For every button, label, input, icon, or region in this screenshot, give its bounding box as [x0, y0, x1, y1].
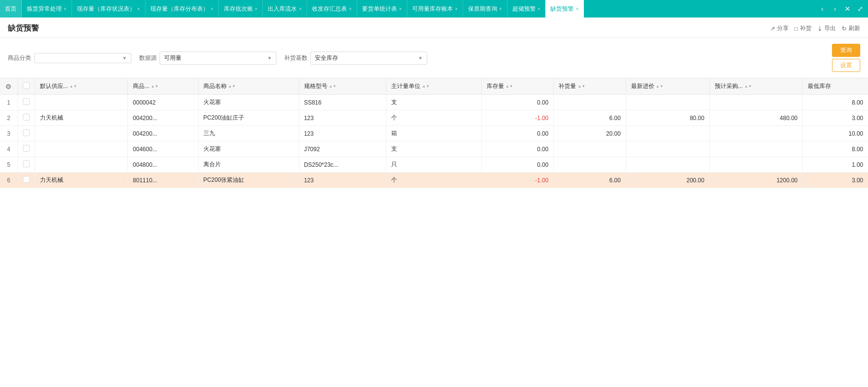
th-min-stock: 最低库存 [803, 78, 868, 95]
row-checkbox[interactable] [23, 129, 30, 136]
th-spec: 规格型号 ▲▼ [299, 78, 386, 95]
nav-tab-stock2[interactable]: 现存量（库存分布表） × [145, 0, 219, 18]
nav-tab-stock1[interactable]: 现存量（库存状况表） × [72, 0, 145, 18]
close-icon[interactable]: × [499, 6, 502, 12]
row-name: 火花塞 [198, 141, 299, 157]
share-button[interactable]: ↗ 分享 [770, 24, 789, 33]
nav-tab-expiry[interactable]: 保质期查询 × [463, 0, 507, 18]
nav-expand-button[interactable]: ⤢ [854, 3, 866, 15]
share-icon: ↗ [770, 25, 775, 32]
nav-tab-home[interactable]: 首页 [0, 0, 22, 18]
nav-tab-batch[interactable]: 库存批次账 × [219, 0, 263, 18]
th-name: 商品名称 ▲▼ [198, 78, 299, 95]
export-button[interactable]: ⤓ 导出 [817, 24, 836, 33]
row-checkbox-cell [18, 157, 35, 173]
row-index: 1 [0, 95, 18, 110]
row-supplier [35, 95, 128, 110]
nav-tab-overstock[interactable]: 超储预警 × [507, 0, 546, 18]
row-checkbox-cell [18, 95, 35, 110]
table-row: 3 004200... 三九 123 箱 0.00 20.00 10.00 [0, 126, 868, 141]
row-code: 004200... [128, 110, 199, 126]
commodity-category-select[interactable]: ▼ [34, 53, 131, 63]
row-min-stock: 1.00 [803, 157, 868, 173]
replenishment-basis-select[interactable]: 安全库存 ▼ [310, 52, 427, 65]
row-spec: 123 [299, 126, 386, 141]
chevron-down-icon: ▼ [418, 55, 423, 61]
settings-icon[interactable]: ⚙ [5, 83, 12, 90]
nav-close-button[interactable]: ✕ [842, 3, 853, 15]
row-replenish [554, 157, 626, 173]
row-min-stock: 8.00 [803, 141, 868, 157]
close-icon[interactable]: × [299, 6, 302, 12]
row-spec: SS816 [299, 95, 386, 110]
nav-tab-order-stat[interactable]: 要货单统计表 × [357, 0, 407, 18]
refresh-button[interactable]: ↻ 刷新 [842, 24, 860, 33]
row-index: 4 [0, 141, 18, 157]
nav-prev-button[interactable]: ‹ [816, 3, 828, 15]
row-checkbox[interactable] [23, 176, 30, 183]
nav-tab-available[interactable]: 可用量库存账本 × [407, 0, 463, 18]
row-stock: -1.00 [481, 173, 554, 188]
nav-controls: ‹ › ✕ ⤢ [814, 3, 868, 15]
nav-tab-flow[interactable]: 出入库流水 × [263, 0, 307, 18]
row-checkbox[interactable] [23, 98, 30, 105]
row-unit: 个 [386, 110, 481, 126]
data-source-value: 可用量 [164, 54, 181, 62]
row-min-stock: 8.00 [803, 95, 868, 110]
row-name: PC200张紧油缸 [198, 173, 299, 188]
close-icon[interactable]: × [64, 6, 67, 12]
row-checkbox-cell [18, 141, 35, 157]
row-spec: 123 [299, 173, 386, 188]
row-index: 2 [0, 110, 18, 126]
table-row: 4 004600... 火花塞 J7092 支 0.00 8.00 [0, 141, 868, 157]
data-source-group: 数据源 可用量 ▼ [139, 52, 276, 65]
data-source-select[interactable]: 可用量 ▼ [160, 52, 276, 65]
close-icon[interactable]: × [255, 6, 258, 12]
nav-tab-shortage[interactable]: 缺货预警 × [545, 0, 584, 18]
nav-next-button[interactable]: › [829, 3, 841, 15]
row-latest-price: 80.00 [626, 110, 709, 126]
header-actions: ↗ 分享 □ 补货 ⤓ 导出 ↻ 刷新 [770, 24, 860, 33]
replenishment-basis-group: 补货基数 安全库存 ▼ [284, 52, 427, 65]
row-spec: DS250*23c... [299, 157, 386, 173]
row-checkbox[interactable] [23, 145, 30, 152]
row-replenish: 20.00 [554, 126, 626, 141]
row-min-stock: 3.00 [803, 110, 868, 126]
close-icon[interactable]: × [399, 6, 402, 12]
row-unit: 只 [386, 157, 481, 173]
close-icon[interactable]: × [576, 6, 579, 12]
row-min-stock: 10.00 [803, 126, 868, 141]
sort-icon: ▲▼ [228, 85, 236, 88]
close-icon[interactable]: × [137, 6, 140, 12]
row-latest-price [626, 126, 709, 141]
row-unit: 箱 [386, 126, 481, 141]
row-spec: J7092 [299, 141, 386, 157]
select-all-checkbox[interactable] [23, 82, 30, 89]
sort-icon: ▲▼ [656, 85, 664, 88]
commodity-category-label: 商品分类 [8, 54, 31, 62]
row-supplier [35, 141, 128, 157]
nav-tab-summary[interactable]: 收发存汇总表 × [307, 0, 357, 18]
filter-actions: 查询 设置 [832, 44, 860, 72]
close-icon[interactable]: × [349, 6, 352, 12]
settings-button[interactable]: 设置 [832, 59, 860, 72]
query-button[interactable]: 查询 [832, 44, 860, 57]
row-est-purchase [709, 141, 803, 157]
supplement-button[interactable]: □ 补货 [795, 24, 812, 33]
row-checkbox[interactable] [23, 114, 30, 121]
row-supplier [35, 157, 128, 173]
row-min-stock: 3.00 [803, 173, 868, 188]
row-index: 6 [0, 173, 18, 188]
row-supplier: 力天机械 [35, 173, 128, 188]
replenishment-basis-value: 安全库存 [315, 54, 338, 62]
table-row: 2 力天机械 004200... PC200油缸庄子 123 个 -1.00 6… [0, 110, 868, 126]
row-checkbox[interactable] [23, 160, 30, 167]
top-nav: 首页 炼货异常处理 × 现存量（库存状况表） × 现存量（库存分布表） × 库存… [0, 0, 868, 18]
close-icon[interactable]: × [455, 6, 458, 12]
row-stock: 0.00 [481, 126, 554, 141]
row-code: 004200... [128, 126, 199, 141]
nav-tab-refine[interactable]: 炼货异常处理 × [22, 0, 72, 18]
row-code: 004800... [128, 157, 199, 173]
close-icon[interactable]: × [538, 6, 541, 12]
close-icon[interactable]: × [211, 6, 214, 12]
